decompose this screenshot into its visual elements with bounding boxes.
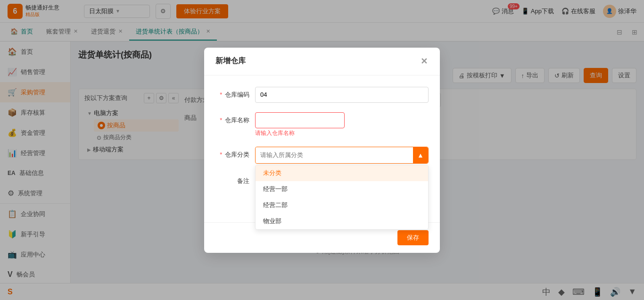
category-label: * 仓库分类 [215,147,249,159]
chevron-up-icon: ▲ [417,151,424,159]
code-row: * 仓库编码 [215,87,429,103]
modal-header: 新增仓库 ✕ [204,48,440,75]
category-input-wrap: ▲ 未分类 经营一部 经营二部 物业部 [255,147,429,164]
save-button[interactable]: 保存 [397,230,429,245]
modal-add-warehouse: 新增仓库 ✕ * 仓库编码 * 仓库名称 请输入仓库名称 [204,48,440,253]
category-dropdown: 未分类 经营一部 经营二部 物业部 [255,165,429,230]
category-row: * 仓库分类 ▲ 未分类 经营一部 经营二部 物业部 [215,147,429,164]
name-label: * 仓库名称 [215,112,249,125]
code-input[interactable] [255,87,429,103]
modal-close-button[interactable]: ✕ [420,55,429,67]
name-input[interactable] [255,112,345,128]
name-input-wrap: 请输入仓库名称 [255,112,429,137]
modal-overlay[interactable]: 新增仓库 ✕ * 仓库编码 * 仓库名称 请输入仓库名称 [0,0,644,300]
name-error-message: 请输入仓库名称 [255,129,429,137]
modal-body: * 仓库编码 * 仓库名称 请输入仓库名称 * [204,75,440,222]
name-row: * 仓库名称 请输入仓库名称 [215,112,429,137]
category-toggle-button[interactable]: ▲ [413,147,428,163]
dropdown-item-dept3[interactable]: 物业部 [256,213,428,229]
category-input-container: ▲ [255,147,429,164]
code-label: * 仓库编码 [215,87,249,99]
remark-label: 备注 [215,173,249,185]
dropdown-item-unclassified[interactable]: 未分类 [256,165,428,181]
category-input[interactable] [256,147,413,163]
dropdown-item-dept2[interactable]: 经营二部 [256,197,428,213]
dropdown-item-dept1[interactable]: 经营一部 [256,181,428,197]
modal-title: 新增仓库 [215,56,246,66]
